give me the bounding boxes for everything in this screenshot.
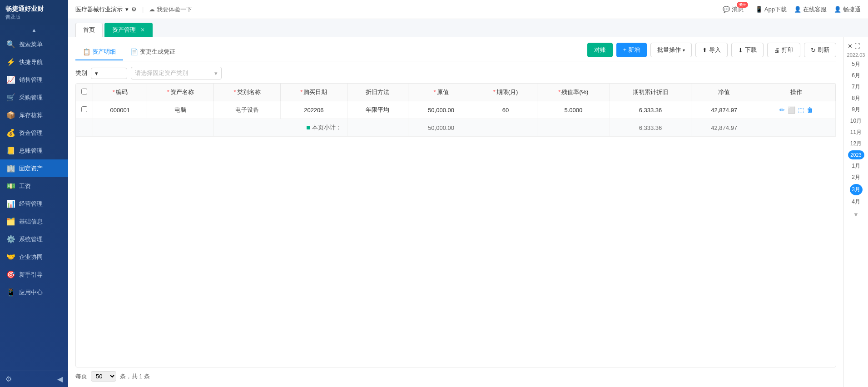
app-download-button[interactable]: 📱 App下载	[755, 5, 787, 14]
voucher-icon: 📄	[130, 48, 138, 55]
message-icon: 💬	[723, 6, 730, 13]
sidebar-item-快捷导航[interactable]: ⚡快捷导航	[0, 53, 68, 71]
message-badge[interactable]: 💬 消息 99+	[723, 5, 744, 14]
sidebar-bottom: ⚙ ◀	[0, 371, 68, 387]
table-header: *编码 *资产名称 *类别名称 *购买日期 折旧方法 *原值 *期限(月) *残…	[76, 84, 836, 101]
more-icon-0[interactable]: ⬚	[798, 106, 804, 114]
sidebar-item-企业协同[interactable]: 🤝企业协同	[0, 248, 68, 266]
edit-icon-0[interactable]: ✏	[779, 106, 785, 114]
sidebar-item-搜索菜单[interactable]: 🔍搜索菜单	[0, 35, 68, 53]
copy-icon-0[interactable]: ⬜	[788, 106, 795, 114]
sidebar-item-总账管理[interactable]: 📒总账管理	[0, 142, 68, 159]
sidebar-scroll-up[interactable]: ▲	[0, 25, 68, 35]
month-2-2023[interactable]: 2月	[844, 172, 868, 183]
print-button[interactable]: 🖨 打印	[767, 43, 800, 57]
sidebar-item-资金管理[interactable]: 💰资金管理	[0, 124, 68, 142]
sidebar-menu: 🔍搜索菜单⚡快捷导航📈销售管理🛒采购管理📦库存核算💰资金管理📒总账管理🏢固定资产…	[0, 35, 68, 371]
sidebar-label-13: 新手引导	[19, 271, 43, 279]
header-purchase-date: *购买日期	[280, 84, 347, 101]
new-button[interactable]: + 新增	[616, 43, 647, 57]
sidebar-label-9: 经营管理	[19, 200, 43, 208]
month-6[interactable]: 6月	[844, 70, 868, 81]
header-category: *类别名称	[214, 84, 281, 101]
download-icon: 📱	[755, 6, 763, 13]
sidebar-label-8: 工资	[19, 182, 31, 190]
tab-asset-label: 资产管理	[112, 26, 136, 33]
sidebar-item-采购管理[interactable]: 🛒采购管理	[0, 89, 68, 106]
user-name: 畅捷通	[843, 5, 861, 14]
expand-panel-icon[interactable]: ⛶	[854, 43, 860, 50]
sidebar-label-0: 搜索菜单	[19, 40, 43, 49]
sidebar-item-应用中心[interactable]: 📱应用中心	[0, 283, 68, 301]
per-page-select[interactable]: 50 100	[91, 371, 116, 382]
select-all-checkbox[interactable]	[81, 89, 87, 94]
cell-period-0: 60	[474, 101, 537, 119]
asset-table: *编码 *资产名称 *类别名称 *购买日期 折旧方法 *原值 *期限(月) *残…	[76, 84, 836, 137]
cell-accumulated-0: 6,333.36	[610, 101, 691, 119]
sub-tab-voucher-label: 变更生成凭证	[140, 48, 175, 56]
scroll-down-panel[interactable]: ▼	[853, 211, 859, 218]
batch-button[interactable]: 批量操作 ▾	[650, 43, 692, 57]
settings-company-icon[interactable]: ⚙	[131, 6, 137, 13]
month-5[interactable]: 5月	[844, 59, 868, 70]
tab-asset-management[interactable]: 资产管理 ✕	[104, 23, 153, 37]
company-selector[interactable]: 医疗器械行业演示 ▾ ⚙	[75, 5, 137, 14]
subtotal-row: 本页小计： 50,000.00 6,333.36 42,874.97	[76, 119, 836, 137]
sidebar-item-销售管理[interactable]: 📈销售管理	[0, 71, 68, 89]
sidebar-icon-2: 📈	[6, 75, 15, 84]
category-select[interactable]: ▾	[91, 68, 127, 79]
month-9[interactable]: 9月	[844, 104, 868, 115]
subtotal-empty-4	[474, 119, 537, 137]
close-panel-icon[interactable]: ✕	[848, 43, 853, 50]
subtotal-original-value: 50,000.00	[408, 119, 474, 137]
collapse-icon[interactable]: ◀	[57, 375, 63, 383]
avatar-icon: 👤	[834, 6, 841, 13]
settings-icon[interactable]: ⚙	[5, 375, 12, 383]
app-title: 畅捷通好业财	[5, 5, 44, 13]
customer-service-button[interactable]: 👤 在线客服	[794, 5, 827, 14]
refresh-button[interactable]: ↻ 刷新	[804, 43, 836, 57]
month-12[interactable]: 12月	[844, 138, 868, 149]
reconcile-label: 对账	[594, 46, 606, 54]
experience-button[interactable]: ☁ 我要体验一下	[149, 5, 192, 14]
delete-icon-0[interactable]: 🗑	[807, 106, 813, 114]
month-4-2023[interactable]: 4月	[844, 196, 868, 208]
month-10[interactable]: 10月	[844, 115, 868, 127]
tab-close-icon[interactable]: ✕	[140, 27, 145, 33]
month-7[interactable]: 7月	[844, 81, 868, 93]
reconcile-button[interactable]: 对账	[587, 43, 613, 57]
sidebar-item-工资[interactable]: 💵工资	[0, 177, 68, 195]
header-original-value: *原值	[408, 84, 474, 101]
sidebar-icon-13: 🎯	[6, 270, 15, 279]
download-button[interactable]: ⬇ 下载	[731, 43, 764, 57]
subtotal-net-value: 42,874.97	[691, 119, 757, 137]
sidebar-item-基础信息[interactable]: 🗂️基础信息	[0, 213, 68, 230]
category-input[interactable]: 请选择固定资产类别 ▾	[131, 67, 222, 79]
sidebar-item-系统管理[interactable]: ⚙️系统管理	[0, 230, 68, 248]
sidebar-item-经营管理[interactable]: 📊经营管理	[0, 195, 68, 213]
month-3-2023[interactable]: 3月	[850, 184, 863, 195]
page-content: 📋 资产明细 📄 变更生成凭证 对账 + 新增 批量操作	[68, 37, 843, 387]
month-11[interactable]: 11月	[844, 127, 868, 138]
sidebar-item-新手引导[interactable]: 🎯新手引导	[0, 266, 68, 283]
import-button[interactable]: ⬆ 导入	[695, 43, 728, 57]
sidebar-item-固定资产[interactable]: 🏢固定资产	[0, 159, 68, 177]
user-avatar[interactable]: 👤 畅捷通	[834, 5, 861, 14]
sidebar-icon-10: 🗂️	[6, 217, 15, 226]
sub-tab-asset-detail[interactable]: 📋 资产明细	[75, 44, 123, 60]
header-accumulated-depreciation: 期初累计折旧	[610, 84, 691, 101]
import-label: 导入	[709, 46, 721, 54]
month-8[interactable]: 8月	[844, 93, 868, 104]
month-1-2023[interactable]: 1月	[844, 160, 868, 172]
sidebar-item-库存核算[interactable]: 📦库存核算	[0, 106, 68, 124]
sub-tab-voucher[interactable]: 📄 变更生成凭证	[123, 44, 183, 60]
subtotal-empty-1	[93, 119, 147, 137]
tab-home[interactable]: 首页	[75, 23, 103, 37]
sidebar-icon-0: 🔍	[6, 40, 15, 49]
row-checkbox-0[interactable]	[81, 106, 87, 112]
subtotal-empty-6	[757, 119, 836, 137]
new-label: + 新增	[623, 46, 640, 54]
header-net-value: 净值	[691, 84, 757, 101]
category-label: 类别	[75, 69, 87, 77]
customer-service-label: 在线客服	[803, 5, 827, 14]
